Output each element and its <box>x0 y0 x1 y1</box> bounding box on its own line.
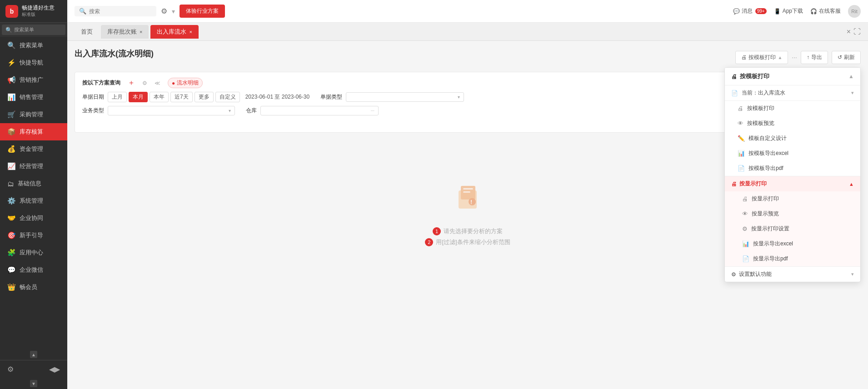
sidebar-item-purchase[interactable]: 🛒 采购管理 <box>0 106 67 123</box>
dropdown-display-settings[interactable]: ⚙ 按显示打印设置 <box>725 221 860 236</box>
sidebar-scroll-up[interactable]: ▲ <box>30 351 37 358</box>
sidebar-item-wechat[interactable]: 💬 企业微信 <box>0 261 67 279</box>
dp-display-print-icon: 🖨 <box>731 181 737 187</box>
sidebar-footer: ⚙ ◀▶ <box>0 360 67 378</box>
message-label: 消息 <box>742 7 753 15</box>
dropdown-display-preview[interactable]: 👁 按显示预览 <box>725 206 860 221</box>
date-more[interactable]: 更多 <box>195 92 214 102</box>
sidebar-item-inventory[interactable]: 📦 库存核算 <box>0 123 67 140</box>
tab-batch-close[interactable]: × <box>140 29 142 35</box>
svg-rect-3 <box>463 191 470 193</box>
filter-chip[interactable]: ● 流水明细 <box>168 78 203 88</box>
sidebar-item-label: 资金管理 <box>20 145 43 153</box>
sidebar-search-placeholder[interactable]: 搜索菜单 <box>14 26 34 33</box>
tab-flow[interactable]: 出入库流水 × <box>150 25 198 39</box>
topbar-search-input[interactable] <box>89 8 152 15</box>
message-button[interactable]: 💬 消息 99+ <box>733 7 767 15</box>
business-type-select[interactable]: ▾ <box>108 106 235 115</box>
dp-preview-label: 按模板预览 <box>747 120 774 127</box>
template-print-arrow: ▲ <box>778 55 782 60</box>
sidebar-item-label: 应用中心 <box>20 249 43 257</box>
dropdown-template-excel[interactable]: 📊 按模板导出excel <box>725 146 860 161</box>
warehouse-select[interactable]: ··· <box>260 106 379 115</box>
date-7days[interactable]: 近7天 <box>170 92 193 102</box>
sidebar-item-basic[interactable]: 🗂 基础信息 <box>0 175 67 192</box>
dropdown-current-section: 📄 当前：出入库流水 ▾ <box>725 85 860 101</box>
current-icon: 📄 <box>731 90 738 96</box>
system-icon: ⚙️ <box>7 197 16 205</box>
tab-flow-close[interactable]: × <box>189 29 192 35</box>
sidebar-item-sales[interactable]: 📊 销售管理 <box>0 89 67 106</box>
tab-expand-button[interactable]: ⛶ <box>853 28 861 36</box>
dropdown-footer-title: ⚙ 设置默认功能 <box>731 270 772 278</box>
voucher-type-select[interactable]: ▾ <box>346 92 464 102</box>
sidebar-item-quicknav[interactable]: ⚡ 快捷导航 <box>0 54 67 71</box>
app-download-button[interactable]: 📱 App下载 <box>774 7 803 15</box>
avatar-text: Rit <box>851 9 857 14</box>
warehouse-arrow: ··· <box>371 108 374 113</box>
dropdown-display-pdf[interactable]: 📄 按显示导出pdf <box>725 251 860 266</box>
dropdown-display-excel[interactable]: 📊 按显示导出excel <box>725 236 860 251</box>
filter-collapse-icon[interactable]: ≪ <box>155 80 160 86</box>
dropdown-panel: 🖨 按模板打印 ▲ 📄 当前：出入库流水 ▾ 🖨 按模板打印 👁 <box>724 67 861 282</box>
dropdown-template-preview[interactable]: 👁 按模板预览 <box>725 116 860 131</box>
message-icon: 💬 <box>733 8 740 15</box>
date-custom[interactable]: 自定义 <box>215 92 240 102</box>
tab-close-all-button[interactable]: × <box>847 28 851 36</box>
dp-print-label: 按模板打印 <box>747 105 774 112</box>
sidebar-item-coop[interactable]: 🤝 企业协同 <box>0 209 67 227</box>
refresh-button[interactable]: ↺ 刷新 <box>832 51 861 64</box>
toolbar-more-icon[interactable]: ··· <box>792 54 797 61</box>
filter-business-type-field: 业务类型 ▾ <box>82 106 235 115</box>
sidebar-logo: b 畅捷通好生意 标准版 <box>0 0 67 23</box>
online-service-label: 在线客服 <box>819 7 841 15</box>
date-range-value: 2023-06-01 至 2023-06-30 <box>245 93 309 101</box>
tab-home[interactable]: 首页 <box>75 25 99 39</box>
user-avatar[interactable]: Rit <box>848 5 861 18</box>
dp-footer-icon: ⚙ <box>731 271 736 278</box>
dropdown-template-print[interactable]: 🖨 按模板打印 <box>725 101 860 116</box>
export-button[interactable]: ↑ 导出 <box>801 51 828 64</box>
sidebar-item-guide[interactable]: 🎯 新手引导 <box>0 227 67 244</box>
dp-dis-pdf-label: 按显示导出pdf <box>753 255 788 263</box>
dropdown-display-print[interactable]: 🖨 按显示打印 <box>725 191 860 206</box>
filter-warehouse-field: 仓库 ··· <box>246 106 379 115</box>
template-print-button[interactable]: 🖨 按模板打印 ▲ <box>735 51 788 64</box>
date-this-month[interactable]: 本月 <box>129 92 148 102</box>
operation-icon: 📈 <box>7 162 16 170</box>
sidebar-item-search[interactable]: 🔍 搜索菜单 <box>0 37 67 54</box>
filter-settings-icon[interactable]: ⚙ <box>142 80 147 86</box>
filter-add-button[interactable]: ＋ <box>128 78 135 88</box>
dropdown-display-header[interactable]: 🖨 按显示打印 ▲ <box>725 176 860 191</box>
sidebar-item-marketing[interactable]: 📢 营销推广 <box>0 71 67 89</box>
display-section-arrow[interactable]: ▲ <box>849 181 854 187</box>
sidebar-item-label: 企业微信 <box>20 266 43 274</box>
tab-batch[interactable]: 库存批次账 × <box>101 25 149 39</box>
app-download-label: App下载 <box>783 7 803 15</box>
dropdown-footer[interactable]: ⚙ 设置默认功能 ▾ <box>725 267 860 282</box>
sidebar-item-appcenter[interactable]: 🧩 应用中心 <box>0 244 67 261</box>
sidebar-item-finance[interactable]: 💰 资金管理 <box>0 140 67 158</box>
dropdown-template-design[interactable]: ✏️ 模板自定义设计 <box>725 131 860 146</box>
dropdown-collapse-arrow[interactable]: ▲ <box>848 73 854 80</box>
topbar-search-box[interactable]: 🔍 <box>75 6 156 16</box>
industry-solution-button[interactable]: 体验行业方案 <box>180 5 225 18</box>
sidebar-scroll-down[interactable]: ▼ <box>30 380 37 387</box>
svg-rect-2 <box>463 188 473 190</box>
sidebar-item-system[interactable]: ⚙️ 系统管理 <box>0 192 67 209</box>
online-service-button[interactable]: 🎧 在线客服 <box>810 7 841 15</box>
topbar-right: 💬 消息 99+ 📱 App下载 🎧 在线客服 Rit <box>733 5 861 18</box>
settings-icon[interactable]: ⚙ <box>7 365 14 374</box>
date-this-year[interactable]: 本年 <box>150 92 169 102</box>
sidebar-item-operation[interactable]: 📈 经营管理 <box>0 158 67 175</box>
collapse-icon[interactable]: ◀▶ <box>49 365 60 374</box>
marketing-icon: 📢 <box>7 76 16 84</box>
date-last-month[interactable]: 上月 <box>108 92 127 102</box>
dropdown-current-item[interactable]: 📄 当前：出入库流水 ▾ <box>725 85 860 100</box>
topbar-dropdown-arrow[interactable]: ▾ <box>172 8 175 15</box>
dropdown-template-pdf[interactable]: 📄 按模板导出pdf <box>725 161 860 176</box>
topbar-search-icon: 🔍 <box>79 8 86 15</box>
sidebar-item-label: 企业协同 <box>20 214 43 222</box>
topbar-gear-icon[interactable]: ⚙ <box>161 7 167 15</box>
sidebar-item-vip[interactable]: 👑 畅会员 <box>0 279 67 296</box>
